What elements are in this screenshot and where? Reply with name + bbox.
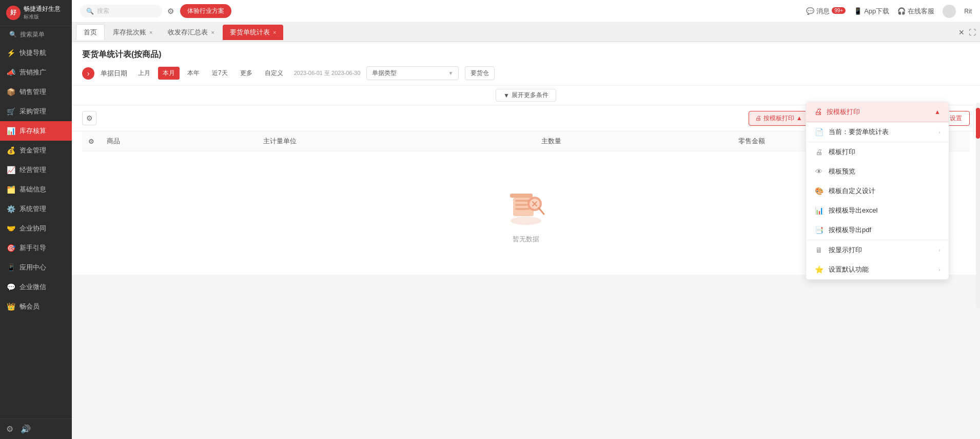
member-icon: 👑 bbox=[6, 302, 15, 311]
shortcut-icon: ⚡ bbox=[6, 48, 15, 58]
app-version: 标准版 bbox=[24, 13, 61, 21]
table-settings-button[interactable]: ⚙ bbox=[82, 111, 96, 125]
sidebar-item-operations[interactable]: 📈 经营管理 bbox=[0, 160, 72, 180]
sidebar-item-purchase[interactable]: 🛒 采购管理 bbox=[0, 102, 72, 121]
sidebar-item-marketing[interactable]: 📣 营销推广 bbox=[0, 63, 72, 82]
date-option-more[interactable]: 更多 bbox=[236, 67, 257, 80]
date-option-current-month[interactable]: 本月 bbox=[158, 67, 180, 80]
doc-type-filter[interactable]: 单据类型 ▼ bbox=[366, 66, 459, 80]
collab-icon: 🤝 bbox=[6, 224, 15, 233]
default-function-icon: ⭐ bbox=[814, 265, 824, 274]
template-doc-icon: 📄 bbox=[814, 127, 824, 137]
window-close-btn[interactable]: ✕ bbox=[958, 28, 965, 36]
date-option-last-7-days[interactable]: 近7天 bbox=[207, 67, 232, 80]
message-icon: 💬 bbox=[806, 7, 814, 15]
window-maximize-btn[interactable]: ⛶ bbox=[969, 28, 976, 36]
sidebar: 好 畅捷通好生意 标准版 🔍 搜索菜单 ⚡ 快捷导航 📣 营销推广 📦 销售管理… bbox=[0, 0, 72, 439]
dropdown-template-pdf[interactable]: 📑 按模板导出pdf bbox=[806, 220, 949, 240]
order-warehouse-label: 要货仓 bbox=[471, 69, 489, 78]
date-options: 上月 本月 本年 近7天 更多 自定义 bbox=[133, 67, 288, 80]
sidebar-item-guide[interactable]: 🎯 新手引导 bbox=[0, 238, 72, 258]
dropdown-template-design[interactable]: 🎨 模板自定义设计 bbox=[806, 181, 949, 201]
inventory-icon: 📊 bbox=[6, 126, 15, 136]
date-option-prev-month[interactable]: 上月 bbox=[133, 67, 155, 80]
dropdown-collapse-icon[interactable]: ▲ bbox=[934, 108, 940, 116]
print-dropdown-menu: 🖨 按模板打印 ▲ 📄 当前：要货单统计表 › 🖨 模板打印 👁 模板预览 🎨 bbox=[806, 102, 949, 280]
filter-row: › 单据日期 上月 本月 本年 近7天 更多 自定义 2023-06-01 至 … bbox=[82, 66, 970, 85]
username: Rit bbox=[964, 8, 972, 15]
dropdown-template-print[interactable]: 🖨 模板打印 bbox=[806, 142, 949, 162]
page-header: 要货单统计表(按商品) › 单据日期 上月 本月 本年 近7天 更多 自定义 2… bbox=[72, 42, 980, 86]
tab-receipt-summary-close[interactable]: × bbox=[211, 29, 214, 35]
tab-receipt-summary[interactable]: 收发存汇总表 × bbox=[161, 25, 221, 40]
sidebar-item-basic[interactable]: 🗂️ 基础信息 bbox=[0, 180, 72, 199]
sidebar-item-finance[interactable]: 💰 资金管理 bbox=[0, 141, 72, 160]
sidebar-item-appstore[interactable]: 📱 应用中心 bbox=[0, 258, 72, 277]
message-badge: 99+ bbox=[832, 7, 846, 14]
sidebar-item-label: 企业协同 bbox=[19, 224, 46, 233]
wechat-icon: 💬 bbox=[6, 282, 15, 292]
sidebar-item-collab[interactable]: 🤝 企业协同 bbox=[0, 219, 72, 238]
sidebar-item-inventory[interactable]: 📊 库存核算 bbox=[0, 121, 72, 141]
tab-order-summary[interactable]: 要货单统计表 × bbox=[223, 25, 283, 40]
topbar-gear-icon[interactable]: ⚙ bbox=[167, 7, 174, 16]
sidebar-item-label: 企业微信 bbox=[19, 282, 46, 292]
system-icon: ⚙️ bbox=[6, 204, 15, 214]
table-header-unit: 主计量单位 bbox=[257, 131, 535, 151]
app-download-button[interactable]: 📱 App下载 bbox=[854, 7, 889, 16]
tab-inventory-batch-close[interactable]: × bbox=[149, 29, 152, 35]
svg-rect-4 bbox=[515, 208, 530, 210]
guide-icon: 🎯 bbox=[6, 243, 15, 253]
tabs-window-controls: ✕ ⛶ bbox=[958, 28, 976, 36]
tab-home[interactable]: 首页 bbox=[76, 24, 105, 40]
date-option-custom[interactable]: 自定义 bbox=[260, 67, 288, 80]
sidebar-item-wechat[interactable]: 💬 企业微信 bbox=[0, 277, 72, 297]
dropdown-current-template[interactable]: 📄 当前：要货单统计表 › bbox=[806, 122, 949, 142]
avatar[interactable] bbox=[943, 5, 956, 18]
operations-icon: 📈 bbox=[6, 165, 15, 175]
sales-icon: 📦 bbox=[6, 87, 15, 97]
scrollbar-thumb bbox=[976, 108, 980, 139]
current-template-arrow-icon: › bbox=[938, 129, 940, 135]
sound-icon[interactable]: 🔊 bbox=[21, 424, 31, 434]
tab-order-summary-label: 要货单统计表 bbox=[230, 28, 270, 37]
online-service-button[interactable]: 🎧 在线客服 bbox=[897, 7, 934, 16]
sidebar-item-system[interactable]: ⚙️ 系统管理 bbox=[0, 199, 72, 219]
sidebar-item-member[interactable]: 👑 畅会员 bbox=[0, 297, 72, 316]
settings-icon[interactable]: ⚙ bbox=[6, 424, 13, 434]
sidebar-item-sales[interactable]: 📦 销售管理 bbox=[0, 82, 72, 102]
sidebar-item-shortcut[interactable]: ⚡ 快捷导航 bbox=[0, 43, 72, 63]
purchase-icon: 🛒 bbox=[6, 107, 15, 116]
date-option-current-year[interactable]: 本年 bbox=[183, 67, 204, 80]
tab-order-summary-close[interactable]: × bbox=[273, 29, 276, 35]
message-button[interactable]: 💬 消息 99+ bbox=[806, 7, 846, 16]
date-filter-label: 单据日期 bbox=[101, 69, 127, 78]
expand-more-button[interactable]: ▼ 展开更多条件 bbox=[496, 89, 556, 102]
app-logo: 好 畅捷通好生意 标准版 bbox=[0, 0, 72, 26]
dropdown-template-preview[interactable]: 👁 模板预览 bbox=[806, 162, 949, 181]
right-scrollbar[interactable] bbox=[976, 103, 980, 308]
sidebar-item-label: 基础信息 bbox=[19, 185, 46, 194]
trial-button[interactable]: 体验行业方案 bbox=[180, 4, 231, 18]
topbar-search[interactable]: 🔍 搜索 bbox=[80, 5, 162, 17]
appstore-icon: 📱 bbox=[6, 263, 15, 272]
sidebar-nav: ⚡ 快捷导航 📣 营销推广 📦 销售管理 🛒 采购管理 📊 库存核算 💰 资金管… bbox=[0, 43, 72, 418]
dropdown-template-excel[interactable]: 📊 按模板导出excel bbox=[806, 201, 949, 220]
display-print-icon: 🖥 bbox=[814, 245, 824, 255]
empty-icon bbox=[503, 182, 549, 228]
dropdown-display-print[interactable]: 🖥 按显示打印 › bbox=[806, 240, 949, 260]
table-header-settings[interactable]: ⚙ bbox=[82, 131, 101, 151]
table-header-product: 商品 bbox=[101, 131, 257, 151]
order-warehouse-filter[interactable]: 要货仓 bbox=[465, 66, 495, 80]
dropdown-header-icon: 🖨 bbox=[814, 107, 822, 117]
tab-inventory-batch[interactable]: 库存批次账 × bbox=[106, 25, 160, 40]
sidebar-search[interactable]: 🔍 搜索菜单 bbox=[0, 26, 72, 43]
filter-expand-button[interactable]: › bbox=[82, 67, 94, 80]
dropdown-default-function[interactable]: ⭐ 设置默认功能 › bbox=[806, 260, 949, 279]
empty-text: 暂无数据 bbox=[513, 235, 539, 244]
sidebar-item-label: 系统管理 bbox=[19, 204, 46, 214]
sidebar-item-label: 采购管理 bbox=[19, 107, 46, 116]
dropdown-header-title: 按模板打印 bbox=[827, 107, 934, 117]
page-content: 要货单统计表(按商品) › 单据日期 上月 本月 本年 近7天 更多 自定义 2… bbox=[72, 42, 980, 439]
print-button[interactable]: 🖨 按模板打印 ▲ bbox=[749, 111, 809, 126]
